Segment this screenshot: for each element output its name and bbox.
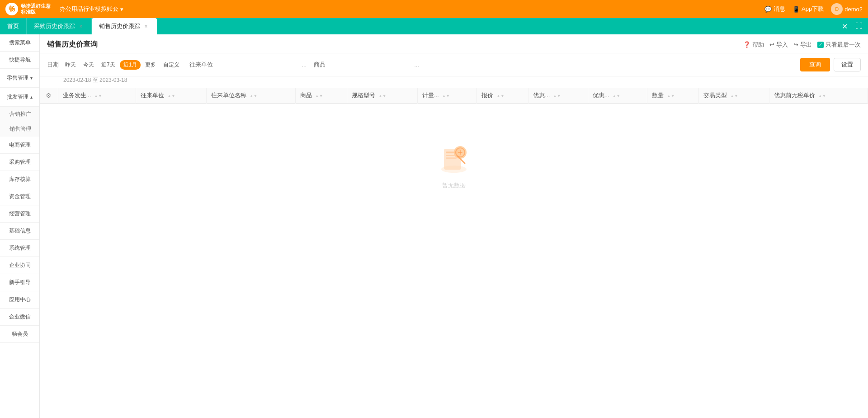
th-product[interactable]: 商品 ▲▼: [296, 88, 347, 104]
date-filter-group: 日期 昨天 今天 近7天 近1月 更多 自定义: [47, 60, 182, 70]
quick-nav-label: 快捷导航: [9, 56, 31, 64]
sidebar-item-wholesale-mgmt[interactable]: 批发管理 ▴: [0, 88, 39, 107]
date-btn-today[interactable]: 今天: [80, 60, 97, 70]
empty-text: 暂无数据: [442, 181, 466, 190]
search-menu-label: 搜索菜单: [9, 39, 31, 47]
product-filter-input[interactable]: [329, 60, 410, 69]
sidebar-item-ecommerce-mgmt[interactable]: 电商管理: [0, 137, 39, 154]
chevron-down-icon: ▾: [30, 76, 33, 81]
sidebar-item-basic-info[interactable]: 基础信息: [0, 223, 39, 240]
close-tab-btn[interactable]: ✕: [839, 21, 850, 32]
chevron-up-icon: ▴: [30, 95, 33, 100]
workspace-area: 办公用品行业模拟账套 ▾: [51, 5, 764, 13]
help-icon: ❓: [743, 41, 750, 48]
sidebar-item-marketing[interactable]: 营销推广: [0, 107, 39, 122]
settings-icon[interactable]: ⚙: [46, 92, 52, 99]
settings-button[interactable]: 设置: [834, 58, 861, 71]
sidebar-item-finance-mgmt[interactable]: 资金管理: [0, 188, 39, 205]
workspace-selector[interactable]: 办公用品行业模拟账套 ▾: [60, 5, 123, 13]
sort-icon: ▲▼: [496, 94, 505, 98]
sort-icon: ▲▼: [612, 94, 620, 98]
sidebar-item-sales-mgmt[interactable]: 销售管理: [0, 122, 39, 137]
svg-rect-3: [446, 155, 455, 156]
app-download-btn[interactable]: 📱 App下载: [793, 5, 824, 13]
th-settings[interactable]: ⚙: [40, 88, 58, 104]
date-quick-btns: 昨天 今天 近7天 近1月 更多 自定义: [62, 60, 182, 70]
sort-icon: ▲▼: [94, 94, 102, 98]
date-btn-last1month[interactable]: 近1月: [120, 60, 141, 70]
partner-filter-label: 往来单位: [189, 61, 213, 69]
sidebar-item-retail-mgmt[interactable]: 零售管理 ▾: [0, 69, 39, 88]
sidebar-item-purchase-mgmt[interactable]: 采购管理: [0, 154, 39, 171]
sidebar: 搜索菜单 快捷导航 零售管理 ▾ 批发管理 ▴ 营销推广 销售管理 电商管理 采…: [0, 34, 40, 418]
sort-icon: ▲▼: [730, 94, 738, 98]
logo-text: 畅捷通好生意 标准版: [21, 3, 51, 15]
data-table: ⚙ 业务发生... ▲▼ 往来单位 ▲▼ 往来单位名称: [40, 88, 868, 104]
partner-filter-group: 往来单位 ...: [189, 60, 307, 69]
sidebar-item-quick-nav[interactable]: 快捷导航: [0, 52, 39, 69]
sidebar-item-app-center[interactable]: 应用中心: [0, 291, 39, 309]
sidebar-item-enterprise-wechat[interactable]: 企业微信: [0, 309, 39, 326]
th-spec[interactable]: 规格型号 ▲▼: [347, 88, 418, 104]
sort-icon: ▲▼: [553, 94, 561, 98]
wholesale-mgmt-label: 批发管理: [7, 93, 28, 101]
export-btn[interactable]: ↪ 导出: [793, 41, 812, 49]
partner-filter-input[interactable]: [217, 60, 298, 69]
page-actions: ❓ 帮助 ↩ 导入 ↪ 导出 ✓ 只看最后一次: [743, 41, 861, 49]
partner-filter-dots: ...: [302, 62, 307, 68]
export-icon: ↪: [793, 41, 798, 48]
tab-purchase-history[interactable]: 采购历史价跟踪 ×: [27, 18, 92, 34]
empty-state: 暂无数据: [40, 104, 868, 226]
message-btn[interactable]: 💬 消息: [764, 5, 785, 13]
sidebar-item-vip-member[interactable]: 畅会员: [0, 326, 39, 343]
th-trade-type[interactable]: 交易类型 ▲▼: [699, 88, 769, 104]
content-area: 销售历史价查询 ❓ 帮助 ↩ 导入 ↪ 导出 ✓: [40, 34, 868, 418]
th-qty[interactable]: 数量 ▲▼: [647, 88, 699, 104]
date-btn-more[interactable]: 更多: [142, 60, 159, 70]
th-quoted-price[interactable]: 报价 ▲▼: [477, 88, 528, 104]
sidebar-item-ops-mgmt[interactable]: 经营管理: [0, 205, 39, 223]
tab-purchase-history-close[interactable]: ×: [78, 23, 84, 29]
sort-icon: ▲▼: [315, 94, 323, 98]
date-range-display: 2023-02-18 至 2023-03-18: [40, 76, 868, 88]
page-content: 销售历史价查询 ❓ 帮助 ↩ 导入 ↪ 导出 ✓: [40, 34, 868, 418]
th-partner-code[interactable]: 往来单位 ▲▼: [136, 88, 207, 104]
sidebar-item-inventory[interactable]: 库存核算: [0, 171, 39, 188]
empty-icon: [436, 140, 472, 176]
sort-icon: ▲▼: [442, 94, 450, 98]
logo: 畅 畅捷通好生意 标准版: [5, 3, 51, 15]
sidebar-item-system-mgmt[interactable]: 系统管理: [0, 240, 39, 257]
tab-bar: 首页 采购历史价跟踪 × 销售历史价跟踪 × ✕ ⛶: [0, 18, 868, 34]
tab-sales-history[interactable]: 销售历史价跟踪 ×: [92, 18, 157, 34]
sort-icon: ▲▼: [818, 94, 826, 98]
th-partner-name[interactable]: 往来单位名称 ▲▼: [207, 88, 296, 104]
th-pre-tax-price[interactable]: 优惠前无税单价 ▲▼: [769, 88, 868, 104]
sidebar-item-new-guide[interactable]: 新手引导: [0, 274, 39, 291]
query-button[interactable]: 查询: [800, 58, 830, 71]
sidebar-item-enterprise-coop[interactable]: 企业协同: [0, 257, 39, 274]
sort-icon: ▲▼: [667, 94, 675, 98]
th-unit[interactable]: 计量... ▲▼: [417, 88, 476, 104]
date-filter-label: 日期: [47, 61, 59, 69]
date-btn-last7[interactable]: 近7天: [99, 60, 118, 70]
only-last-checkbox-label[interactable]: ✓ 只看最后一次: [817, 41, 861, 49]
sidebar-item-search-menu[interactable]: 搜索菜单: [0, 34, 39, 52]
date-btn-custom[interactable]: 自定义: [160, 60, 182, 70]
help-btn[interactable]: ❓ 帮助: [743, 41, 764, 49]
table-wrapper: ⚙ 业务发生... ▲▼ 往来单位 ▲▼ 往来单位名称: [40, 88, 868, 418]
th-discount2[interactable]: 优惠... ▲▼: [588, 88, 647, 104]
tab-sales-history-close[interactable]: ×: [143, 23, 149, 29]
retail-mgmt-label: 零售管理: [7, 74, 28, 82]
date-btn-yesterday[interactable]: 昨天: [62, 60, 79, 70]
fullscreen-btn[interactable]: ⛶: [854, 21, 864, 32]
th-discount1[interactable]: 优惠... ▲▼: [528, 88, 588, 104]
filter-actions: 查询 设置: [800, 58, 861, 71]
user-area[interactable]: D demo2: [831, 3, 863, 15]
only-last-checkbox[interactable]: ✓: [817, 42, 824, 48]
import-btn[interactable]: ↩ 导入: [769, 41, 788, 49]
sort-icon: ▲▼: [167, 94, 175, 98]
th-biz-date[interactable]: 业务发生... ▲▼: [58, 88, 136, 104]
import-icon: ↩: [769, 41, 774, 48]
product-filter-dots: ...: [414, 62, 419, 68]
tab-home[interactable]: 首页: [0, 18, 27, 34]
